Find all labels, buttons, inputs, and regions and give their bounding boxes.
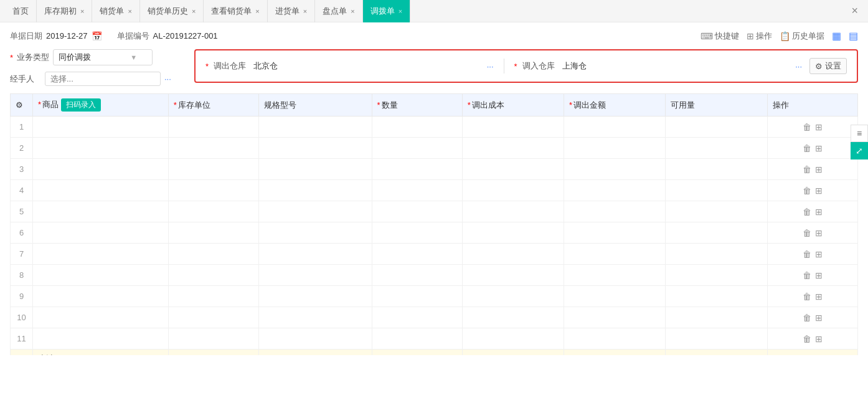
copy-row-button[interactable]: ⊞ — [815, 186, 823, 196]
close-tab-sales-order[interactable]: × — [128, 7, 131, 15]
amount-cell — [564, 138, 666, 159]
delete-row-button[interactable]: 🗑 — [803, 122, 811, 132]
business-type-select[interactable]: 同价调拨 ▼ — [53, 49, 153, 65]
right-sidebar: ≡ ⤢ — [851, 125, 868, 159]
transfer-out-label: 调出仓库 — [214, 60, 246, 72]
product-cell[interactable] — [33, 286, 169, 307]
tab-inventory[interactable]: 盘点单 × — [315, 0, 362, 22]
qty-cell[interactable] — [372, 117, 462, 138]
copy-row-button[interactable]: ⊞ — [815, 313, 823, 323]
close-tab-purchase[interactable]: × — [303, 7, 307, 15]
product-cell[interactable] — [33, 138, 169, 159]
product-cell[interactable] — [33, 307, 169, 328]
spec-cell — [259, 222, 372, 244]
scan-button[interactable]: 扫码录入 — [61, 98, 101, 112]
qty-cell[interactable] — [372, 286, 462, 307]
product-cell[interactable] — [33, 244, 169, 265]
th-unit: *库存单位 — [168, 94, 258, 117]
copy-row-button[interactable]: ⊞ — [815, 292, 823, 302]
close-tab-inventory[interactable]: × — [351, 7, 354, 15]
cost-cell — [462, 222, 564, 244]
operations-button[interactable]: ⊞ 操作 — [747, 31, 772, 42]
product-cell[interactable] — [33, 180, 169, 201]
delete-row-button[interactable]: 🗑 — [803, 143, 811, 153]
delete-row-button[interactable]: 🗑 — [803, 313, 811, 323]
delete-row-button[interactable]: 🗑 — [803, 270, 811, 280]
delete-row-button[interactable]: 🗑 — [803, 292, 811, 302]
shortcut-button[interactable]: ⌨ 快捷键 — [701, 31, 739, 42]
product-cell[interactable] — [33, 159, 169, 180]
copy-row-button[interactable]: ⊞ — [815, 249, 823, 259]
qty-cell[interactable] — [372, 244, 462, 265]
copy-row-button[interactable]: ⊞ — [815, 228, 823, 238]
cost-cell — [462, 201, 564, 222]
delete-row-button[interactable]: 🗑 — [803, 228, 811, 238]
close-tab-stock-init[interactable]: × — [80, 7, 84, 15]
product-cell[interactable] — [33, 117, 169, 138]
spec-cell — [259, 138, 372, 159]
copy-row-button[interactable]: ⊞ — [815, 270, 823, 280]
grid-view-icon1[interactable]: ▦ — [832, 30, 841, 42]
close-tab-sales-history[interactable]: × — [192, 7, 196, 15]
copy-row-button[interactable]: ⊞ — [815, 143, 823, 153]
action-cell: 🗑⊞ — [767, 222, 857, 244]
handler-label: 经手人 — [10, 74, 41, 85]
transfer-out-ellipsis-button[interactable]: ··· — [487, 62, 494, 71]
th-gear[interactable]: ⚙ — [11, 94, 33, 117]
sidebar-list-button[interactable]: ≡ — [851, 125, 868, 142]
qty-cell[interactable] — [372, 159, 462, 180]
tab-purchase[interactable]: 进货单 × — [268, 0, 315, 22]
sidebar-expand-button[interactable]: ⤢ — [851, 142, 868, 159]
handler-input[interactable] — [45, 72, 161, 86]
tab-sales-history[interactable]: 销货单历史 × — [140, 0, 204, 22]
product-cell[interactable] — [33, 222, 169, 244]
copy-row-button[interactable]: ⊞ — [815, 334, 823, 344]
form-left: * 业务类型 同价调拨 ▼ 经手人 ··· — [10, 49, 184, 86]
qty-cell[interactable] — [372, 138, 462, 159]
available-cell — [666, 117, 767, 138]
qty-cell[interactable] — [372, 201, 462, 222]
qty-cell[interactable] — [372, 307, 462, 328]
product-cell[interactable] — [33, 201, 169, 222]
settings-button[interactable]: ⚙ 设置 — [809, 58, 847, 74]
table-row: 10🗑⊞ — [11, 307, 858, 328]
cost-cell — [462, 117, 564, 138]
product-cell[interactable] — [33, 265, 169, 286]
transfer-in-ellipsis-button[interactable]: ··· — [795, 62, 802, 71]
qty-cell[interactable] — [372, 222, 462, 244]
handler-ellipsis-button[interactable]: ··· — [164, 74, 171, 83]
close-tab-transfer[interactable]: × — [399, 7, 402, 15]
qty-cell[interactable] — [372, 328, 462, 350]
tab-sales-order[interactable]: 销货单 × — [92, 0, 139, 22]
close-tab-view-sales[interactable]: × — [255, 7, 259, 15]
amount-cell — [564, 286, 666, 307]
tab-stock-init[interactable]: 库存期初 × — [37, 0, 92, 22]
tab-view-sales[interactable]: 查看销货单 × — [204, 0, 267, 22]
warehouse-divider — [504, 59, 504, 74]
delete-row-button[interactable]: 🗑 — [803, 164, 811, 174]
table-row: 1🗑⊞ — [11, 117, 858, 138]
th-qty: *数量 — [372, 94, 462, 117]
product-cell[interactable] — [33, 328, 169, 350]
qty-cell[interactable] — [372, 265, 462, 286]
grid-view-icon2[interactable]: ▤ — [849, 30, 858, 42]
close-all-tabs-button[interactable]: × — [846, 4, 863, 17]
history-button[interactable]: 📋 历史单据 — [780, 31, 824, 42]
unit-cell — [168, 265, 258, 286]
transfer-in-section: * 调入仓库 上海仓 ··· — [514, 60, 803, 72]
delete-row-button[interactable]: 🗑 — [803, 334, 811, 344]
th-amount: *调出金额 — [564, 94, 666, 117]
delete-row-button[interactable]: 🗑 — [803, 207, 811, 217]
copy-row-button[interactable]: ⊞ — [815, 164, 823, 174]
copy-row-button[interactable]: ⊞ — [815, 122, 823, 132]
tab-transfer[interactable]: 调拨单 × — [363, 0, 410, 22]
unit-cell — [168, 201, 258, 222]
tab-home[interactable]: 首页 — [5, 0, 37, 22]
delete-row-button[interactable]: 🗑 — [803, 249, 811, 259]
calendar-icon[interactable]: 📅 — [92, 31, 102, 41]
qty-cell[interactable] — [372, 180, 462, 201]
table-row: 11🗑⊞ — [11, 328, 858, 350]
copy-row-button[interactable]: ⊞ — [815, 207, 823, 217]
delete-row-button[interactable]: 🗑 — [803, 186, 811, 196]
action-cell: 🗑⊞ — [767, 117, 857, 138]
